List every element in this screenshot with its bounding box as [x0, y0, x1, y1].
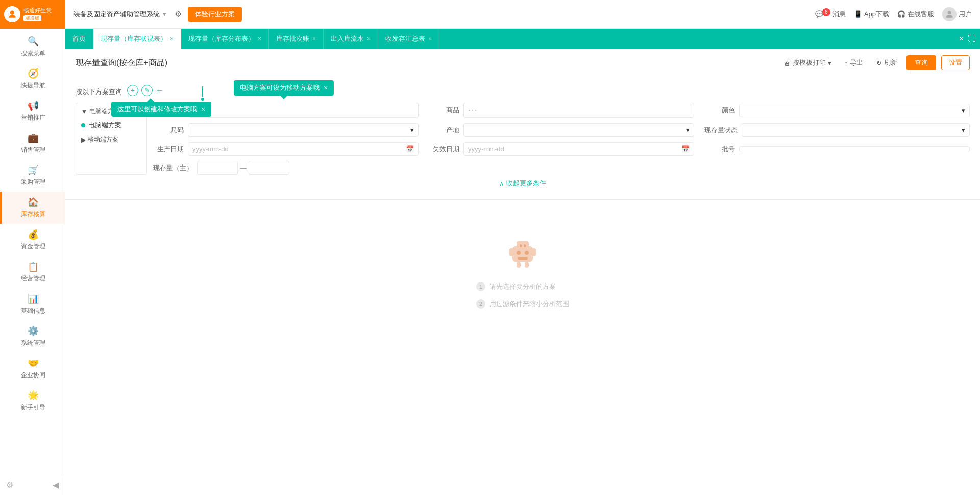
sidebar-item-inventory[interactable]: 🏠 库存核算	[0, 192, 65, 224]
sidebar-nav: 🔍 搜索菜单 🧭 快捷导航 📢 营销推广 💼 销售管理 🛒 采购管理 🏠 库存核…	[0, 29, 65, 475]
search-button[interactable]: 查询	[906, 55, 936, 70]
stock-main-from[interactable]	[197, 161, 238, 175]
product-label: 商品	[429, 106, 459, 115]
sidebar-item-quicknav[interactable]: 🧭 快捷导航	[0, 63, 65, 95]
collapse-sidebar-icon[interactable]: ◀	[53, 480, 59, 490]
sidebar-item-search[interactable]: 🔍 搜索菜单	[0, 31, 65, 63]
settings-button[interactable]: 设置	[941, 55, 970, 70]
refresh-button[interactable]: ↻ 刷新	[872, 56, 901, 69]
scheme-nav-icon[interactable]: ←	[156, 86, 164, 95]
content-inner: 现存量查询(按仓库+商品) 🖨 按模板打印 ▾ ↑ 导出 ↻ 刷新	[65, 49, 980, 495]
origin-label: 产地	[429, 126, 459, 135]
tab-recv-send-close[interactable]: ×	[428, 35, 432, 42]
color-select[interactable]: ▾	[739, 104, 970, 117]
online-support-label: 在线客服	[908, 10, 934, 19]
sidebar-item-sales[interactable]: 💼 销售管理	[0, 127, 65, 159]
sidebar-item-operations[interactable]: 📋 经营管理	[0, 256, 65, 288]
svg-rect-4	[520, 244, 522, 247]
export-button[interactable]: ↑ 导出	[841, 56, 868, 69]
sidebar-item-inventory-label: 库存核算	[21, 210, 45, 219]
topbar-gear-icon[interactable]: ⚙	[175, 9, 182, 19]
tab-batch-account-close[interactable]: ×	[312, 35, 316, 42]
system-name-area: 装备及固定资产辅助管理系统 ▾	[74, 10, 166, 19]
table-area: 1 请先选择要分析的方案 2 用过滤条件来缩小分析范围	[65, 200, 980, 404]
empty-num1: 1	[476, 282, 485, 291]
sidebar-item-finance[interactable]: 💰 资金管理	[0, 224, 65, 256]
form-grid-row3: 生产日期 yyyy-mm-dd 📅 失效日期 yyyy-mm-dd	[153, 142, 970, 156]
inventory-icon: 🏠	[28, 197, 39, 208]
tabbar: 首页 现存量（库存状况表） × 现存量（库存分布表） × 库存批次账 × 出入库…	[65, 29, 980, 49]
form-item-product: 商品 ···	[429, 103, 694, 118]
sidebar-item-system[interactable]: ⚙️ 系统管理	[0, 320, 65, 352]
tab-home-label: 首页	[72, 34, 86, 43]
sidebar-item-guide[interactable]: 🌟 新手引导	[0, 385, 65, 417]
stock-main-to[interactable]	[249, 161, 289, 175]
warehouse-input[interactable]: ···	[188, 103, 419, 118]
tab-close-all-icon[interactable]: ×	[959, 34, 964, 43]
sidebar-footer: ⚙ ◀	[0, 475, 65, 495]
collapse-button[interactable]: ∧ 收起更多条件	[76, 175, 970, 192]
tab-inventory-status-label: 现存量（库存状况表）	[101, 34, 167, 43]
app-logo: 畅通好生意 标准版	[0, 0, 65, 29]
tab-inventory-status-close[interactable]: ×	[170, 35, 174, 42]
marketing-icon: 📢	[28, 100, 39, 111]
add-scheme-button[interactable]: +	[127, 85, 138, 96]
tooltip1-close[interactable]: ×	[324, 84, 328, 92]
prod-date-input[interactable]: yyyy-mm-dd 📅	[188, 142, 419, 156]
user-area[interactable]: 用户	[942, 7, 972, 21]
tabbar-end: × ⛶	[955, 29, 980, 49]
form-grid-row2: 尺码 ▾ 产地 ▾	[153, 123, 970, 137]
edit-scheme-button[interactable]: ✎ 这里可以创建和修改方案哦 ×	[141, 85, 153, 96]
origin-select[interactable]: ▾	[463, 123, 694, 137]
avatar	[942, 7, 957, 21]
tooltip2-text: 这里可以创建和修改方案哦	[117, 105, 197, 114]
size-select[interactable]: ▾	[188, 123, 419, 137]
batch-input[interactable]	[739, 146, 970, 152]
prod-date-label: 生产日期	[153, 145, 184, 154]
tooltip2-close[interactable]: ×	[201, 105, 205, 113]
tab-inventory-status[interactable]: 现存量（库存状况表） ×	[93, 29, 181, 49]
product-input[interactable]: ···	[463, 103, 694, 118]
page-header: 现存量查询(按仓库+商品) 🖨 按模板打印 ▾ ↑ 导出 ↻ 刷新	[65, 49, 980, 77]
basic-icon: 📊	[28, 293, 39, 304]
scheme-item-pc[interactable]: 电脑端方案	[81, 119, 141, 131]
sidebar-item-marketing-label: 营销推广	[21, 113, 45, 122]
settings-icon[interactable]: ⚙	[6, 480, 13, 490]
tab-inout-flow-close[interactable]: ×	[367, 35, 371, 42]
search-icon: 🔍	[28, 36, 39, 47]
empty-step2-label: 用过滤条件来缩小分析范围	[489, 297, 569, 311]
tab-inventory-dist[interactable]: 现存量（库存分布表） ×	[181, 29, 269, 49]
svg-rect-8	[518, 257, 528, 260]
stock-status-select[interactable]: ▾	[742, 123, 970, 137]
exp-date-input[interactable]: yyyy-mm-dd 📅	[463, 142, 694, 156]
print-button[interactable]: 🖨 按模板打印 ▾	[780, 56, 836, 69]
tab-batch-account[interactable]: 库存批次账 ×	[269, 29, 324, 49]
sidebar-item-basic[interactable]: 📊 基础信息	[0, 288, 65, 320]
sidebar-item-marketing[interactable]: 📢 营销推广	[0, 95, 65, 127]
tab-maximize-icon[interactable]: ⛶	[968, 34, 976, 43]
filter-controls: + ✎ 这里可以创建和修改方案哦 × ←	[127, 85, 164, 96]
scheme-item-pc-label: 电脑端方案	[88, 121, 121, 130]
system-icon: ⚙️	[28, 325, 39, 337]
tab-inventory-dist-close[interactable]: ×	[258, 35, 261, 42]
app-download-button[interactable]: 📱 App下载	[854, 10, 889, 19]
system-name-text: 装备及固定资产辅助管理系统	[74, 10, 160, 19]
message-badge: 6	[822, 8, 830, 16]
sidebar-item-operations-label: 经营管理	[21, 274, 45, 283]
sidebar-item-enterprise[interactable]: 🤝 企业协同	[0, 352, 65, 385]
online-support-button[interactable]: 🎧 在线客服	[897, 10, 934, 19]
export-label: 导出	[850, 58, 863, 67]
sidebar-item-purchase[interactable]: 🛒 采购管理	[0, 159, 65, 192]
form-grid-row4: 现存量（主） —	[153, 161, 970, 175]
trial-button[interactable]: 体验行业方案	[188, 7, 242, 22]
empty-step1: 1 请先选择要分析的方案	[476, 280, 569, 293]
exp-date-calendar-icon: 📅	[681, 145, 690, 153]
tab-inout-flow[interactable]: 出入库流水 ×	[324, 29, 378, 49]
exp-date-placeholder: yyyy-mm-dd	[468, 145, 504, 153]
message-button[interactable]: 💬 6 消息	[815, 10, 846, 19]
sidebar-item-guide-label: 新手引导	[21, 403, 45, 412]
tab-recv-send[interactable]: 收发存汇总表 ×	[378, 29, 439, 49]
tooltip-pc-scheme: 电脑方案可设为移动方案哦 ×	[234, 80, 334, 96]
filter-label: 按以下方案查询	[76, 84, 122, 97]
tab-home[interactable]: 首页	[65, 29, 93, 49]
